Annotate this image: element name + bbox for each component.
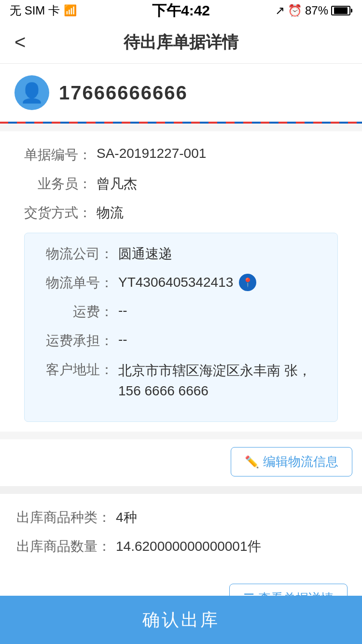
- document-number-row: 单据编号： SA-20191227-001: [14, 146, 348, 164]
- battery-icon: [331, 6, 350, 15]
- delivery-row: 交货方式： 物流: [14, 204, 348, 222]
- status-time: 下午4:42: [152, 1, 210, 21]
- location-map-icon[interactable]: 📍: [239, 274, 256, 291]
- goods-quantity-value: 14.620000000000001件: [111, 537, 261, 556]
- logistics-tracking-value: YT4306405342413 📍: [113, 274, 326, 291]
- alarm-icon: ⏰: [288, 4, 302, 17]
- address-label: 客户地址：: [36, 361, 113, 379]
- nav-bar: < 待出库单据详情: [0, 21, 362, 64]
- delivery-value: 物流: [92, 204, 348, 222]
- goods-quantity-row: 出库商品数量： 14.620000000000001件: [14, 537, 348, 556]
- confirm-btn-text[interactable]: 确认出库: [142, 608, 220, 632]
- freight-row: 运费： --: [36, 303, 326, 321]
- logistics-section: 物流公司： 圆通速递 物流单号： YT4306405342413 📍 运费： -…: [24, 233, 338, 422]
- salesman-value: 曾凡杰: [92, 175, 348, 193]
- status-right: ↗ ⏰ 87%: [275, 4, 352, 17]
- address-row: 客户地址： 北京市市辖区海淀区永丰南 张，156 6666 6666: [36, 361, 326, 401]
- freight-bear-label: 运费承担：: [36, 332, 113, 350]
- document-number-label: 单据编号：: [14, 146, 92, 164]
- confirm-btn-bar[interactable]: 确认出库: [0, 596, 362, 644]
- status-bar: 无 SIM 卡 📶 下午4:42 ↗ ⏰ 87%: [0, 0, 362, 21]
- goods-quantity-label: 出库商品数量：: [14, 537, 111, 556]
- logistics-company-row: 物流公司： 圆通速递: [36, 245, 326, 263]
- goods-types-value: 4种: [111, 508, 137, 527]
- status-left: 无 SIM 卡 📶: [10, 3, 77, 18]
- wifi-icon: 📶: [64, 4, 77, 17]
- customer-phone: 17666666666: [59, 82, 188, 104]
- section-divider: [0, 486, 362, 494]
- carrier-text: 无 SIM 卡: [10, 3, 60, 18]
- logistics-tracking-label: 物流单号：: [36, 274, 113, 292]
- delivery-label: 交货方式：: [14, 204, 92, 222]
- salesman-row: 业务员： 曾凡杰: [14, 175, 348, 193]
- freight-label: 运费：: [36, 303, 113, 321]
- document-info-section: 单据编号： SA-20191227-001 业务员： 曾凡杰 交货方式： 物流 …: [0, 131, 362, 432]
- user-icon: 👤: [20, 82, 44, 104]
- page-title: 待出库单据详情: [124, 31, 238, 54]
- logistics-company-label: 物流公司：: [36, 245, 113, 263]
- goods-section: 出库商品种类： 4种 出库商品数量： 14.620000000000001件: [0, 494, 362, 576]
- customer-header: 👤 17666666666: [0, 64, 362, 124]
- goods-types-label: 出库商品种类：: [14, 508, 111, 527]
- address-value: 北京市市辖区海淀区永丰南 张，156 6666 6666: [113, 361, 326, 401]
- edit-logistics-button[interactable]: ✏️ 编辑物流信息: [231, 447, 352, 476]
- edit-icon: ✏️: [245, 455, 259, 469]
- goods-types-row: 出库商品种类： 4种: [14, 508, 348, 527]
- freight-value: --: [113, 303, 326, 318]
- logistics-company-value: 圆通速递: [113, 245, 326, 263]
- logistics-tracking-row: 物流单号： YT4306405342413 📍: [36, 274, 326, 292]
- salesman-label: 业务员：: [14, 175, 92, 193]
- location-icon: ↗: [275, 4, 285, 17]
- avatar: 👤: [14, 75, 49, 110]
- freight-bear-row: 运费承担： --: [36, 332, 326, 350]
- back-button[interactable]: <: [14, 31, 26, 53]
- document-number-value: SA-20191227-001: [92, 146, 348, 161]
- freight-bear-value: --: [113, 332, 326, 347]
- battery-text: 87%: [305, 4, 328, 17]
- edit-btn-row: ✏️ 编辑物流信息: [0, 439, 362, 486]
